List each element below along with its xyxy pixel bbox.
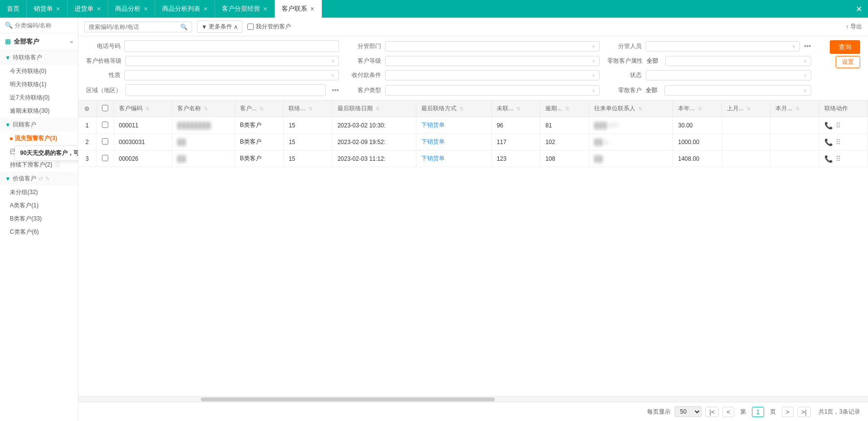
close-icon[interactable]: ✕ (96, 6, 101, 12)
filter-search-input[interactable] (89, 24, 177, 30)
region-input[interactable] (125, 84, 326, 96)
more-conditions-button[interactable]: ▼ 更多条件 ∧ (197, 21, 242, 33)
td-action: 📞 ⠿ (819, 117, 868, 134)
contact-icon[interactable]: 📞 (824, 138, 833, 146)
zero-retail-select[interactable]: ∨ (664, 85, 811, 96)
sidebar-group-title-value[interactable]: ▼ 价值客户 ↺ ✎ (0, 172, 78, 186)
pagination: 每页显示 50 100 200 |< < 第 1 页 > >| 共1页，3条记录 (78, 402, 868, 421)
tab-customer-tier[interactable]: 客户分层经营 ✕ (215, 0, 275, 18)
sidebar-item-overdue[interactable]: 逾期未联络(30) (0, 104, 78, 118)
sort-icon: ⇅ (565, 106, 569, 111)
my-customers-checkbox[interactable]: 我分管的客户 (247, 23, 291, 31)
close-icon[interactable]: ✕ (144, 6, 148, 12)
settings-icon[interactable]: ⚙ (84, 105, 90, 112)
td-overdue: 108 (540, 150, 589, 167)
th-contact: 联络... ⇅ (284, 100, 333, 117)
sidebar-all-customers[interactable]: ⊞ 全部客户 « (0, 33, 78, 50)
tab-product-analysis[interactable]: 商品分析 ✕ (108, 0, 155, 18)
more-icon[interactable]: ••• (804, 42, 811, 50)
close-icon[interactable]: ✕ (263, 6, 267, 12)
td-this-month (771, 134, 820, 150)
window-close-icon[interactable]: ✕ (856, 4, 868, 14)
td-last-contact-method: 下销货单 (416, 134, 491, 150)
sidebar-group-title-review[interactable]: ▼ 回顾客户 (0, 118, 78, 132)
sidebar-item-tomorrow[interactable]: 明天待联络(1) (0, 78, 78, 91)
th-contact-person: 往来单位联系人 ⇅ (589, 100, 673, 117)
my-customers-check[interactable] (247, 24, 254, 30)
sidebar-search-input[interactable] (15, 22, 73, 29)
td-name: ██ (172, 134, 235, 150)
sort-icon: ⇅ (260, 106, 264, 111)
tooltip: 90天无交易的客户，可能有流失风险。 (15, 146, 78, 161)
td-last-month (722, 134, 771, 150)
tab-purchase[interactable]: 进货单 ✕ (68, 0, 108, 18)
sidebar-item-class-a[interactable]: A类客户(1) (0, 199, 78, 212)
search-button[interactable]: 🔍 (180, 24, 188, 30)
tab-home[interactable]: 首页 (0, 0, 27, 18)
content-area: 🔍 ▼ 更多条件 ∧ 我分管的客户 ↑ 导出 电话号码 (78, 18, 868, 421)
more-actions-icon[interactable]: ⠿ (836, 155, 841, 163)
filter-row-nature: 性质 ∨ (86, 70, 339, 80)
last-page-button[interactable]: >| (797, 407, 811, 417)
next-page-button[interactable]: > (782, 407, 794, 417)
sidebar-item-churn-warning[interactable]: 流失预警客户(3) 90天无交易的客户，可能有流失风险。 (0, 132, 78, 145)
first-page-button[interactable]: |< (705, 407, 719, 417)
row-checkbox[interactable] (102, 122, 108, 128)
sidebar-item-class-b[interactable]: B类客户(33) (0, 212, 78, 225)
zero-retail-attr-select[interactable]: ∨ (665, 56, 811, 66)
sidebar-item-unassigned[interactable]: 未分组(32) (0, 186, 78, 199)
nature-select[interactable]: ∨ (124, 70, 339, 80)
sidebar: 🔍 ⊞ 全部客户 « ▼ 待联络客户 今天待联络(0) 明天待联络(1) 近7天… (0, 18, 78, 421)
page-suffix: 页 (770, 408, 776, 416)
contact-icon[interactable]: 📞 (824, 155, 833, 163)
contact-icon[interactable]: 📞 (824, 122, 833, 129)
settings-button[interactable]: 设置 (836, 56, 860, 68)
horizontal-scrollbar[interactable] (78, 396, 868, 402)
sidebar-item-today[interactable]: 今天待联络(0) (0, 65, 78, 78)
more-actions-icon[interactable]: ⠿ (836, 122, 841, 129)
scrollbar-thumb[interactable] (201, 397, 495, 401)
tab-product-analysis-list[interactable]: 商品分析列表 ✕ (155, 0, 215, 18)
tab-sales[interactable]: 销货单 ✕ (27, 0, 68, 18)
page-size-select[interactable]: 50 100 200 (675, 406, 701, 417)
close-icon[interactable]: ✕ (310, 6, 314, 12)
phone-input[interactable] (124, 40, 339, 52)
price-level-select[interactable]: ∨ (125, 56, 339, 66)
reload-icon[interactable]: ↺ (38, 175, 43, 182)
dept-select[interactable]: ∨ (385, 41, 600, 51)
td-unlinked: 123 (491, 150, 540, 167)
query-button[interactable]: 查询 (830, 40, 860, 54)
sidebar-item-7days[interactable]: 近7天待联络(0) (0, 91, 78, 104)
row-checkbox[interactable] (102, 155, 108, 161)
filter-search-box: 🔍 (84, 22, 192, 32)
more-actions-icon[interactable]: ⠿ (836, 138, 841, 146)
row-checkbox[interactable] (102, 138, 108, 145)
payment-select[interactable]: ∨ (385, 70, 600, 80)
manager-select[interactable]: ∨ (646, 41, 800, 51)
chevron-down-icon: ∨ (803, 88, 807, 93)
more-icon[interactable]: ••• (332, 86, 339, 94)
close-icon[interactable]: ✕ (203, 6, 208, 12)
th-overdue: 逾期... ⇅ (540, 100, 589, 117)
zero-retail-attr-value: 全部 (647, 57, 658, 65)
sort-icon: ⇅ (309, 106, 313, 111)
customer-level-select[interactable]: ∨ (385, 56, 600, 66)
prev-page-button[interactable]: < (723, 407, 734, 417)
tab-customer-contact[interactable]: 客户联系 ✕ (275, 0, 322, 18)
sort-icon: ⇅ (796, 106, 799, 111)
close-icon[interactable]: ✕ (56, 6, 60, 12)
dot-icon (10, 137, 13, 140)
td-name: ████████ (172, 117, 235, 134)
sidebar-item-class-c[interactable]: C类客户(6) (0, 225, 78, 239)
sidebar-group-title-pending[interactable]: ▼ 待联络客户 (0, 50, 78, 65)
filter-row-zero-retail-attr: 零散客户属性 全部 ∨ (607, 56, 860, 66)
export-button[interactable]: ↑ 导出 (845, 23, 862, 31)
manager-label: 分管人员 (607, 42, 642, 50)
select-all-checkbox[interactable] (102, 105, 108, 111)
status-select[interactable]: ∨ (646, 70, 811, 80)
arrow-down-icon: ▼ (5, 54, 11, 61)
edit-icon[interactable]: ✎ (45, 175, 50, 182)
customer-type-select[interactable]: ∨ (385, 85, 600, 96)
filter-row-region: 区域（地区） ••• (86, 84, 339, 96)
sort-icon: ⇅ (376, 106, 380, 111)
